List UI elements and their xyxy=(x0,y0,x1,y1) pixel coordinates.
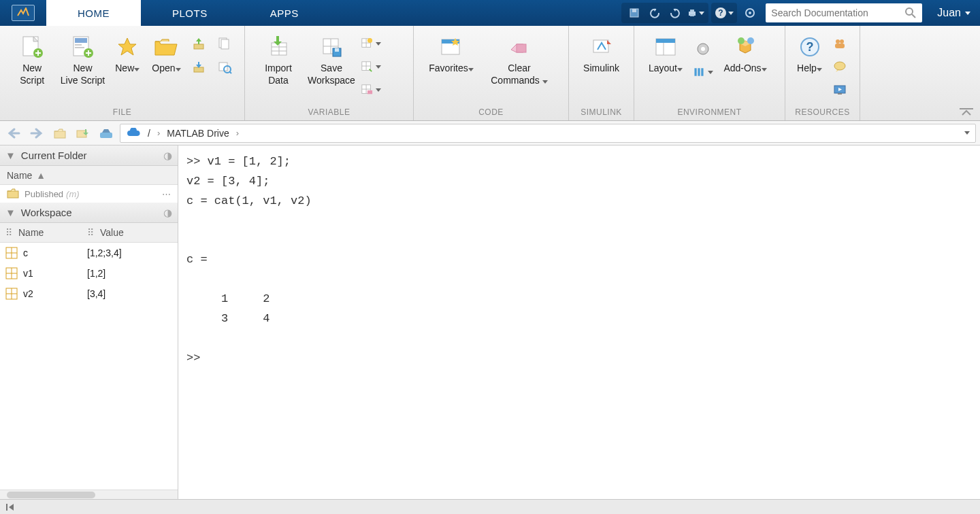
workspace-var-name[interactable]: v2 xyxy=(0,284,82,304)
search-documentation[interactable] xyxy=(766,3,922,22)
svg-rect-3 xyxy=(690,10,694,12)
clear-commands-button[interactable]: Clear Commands xyxy=(482,31,557,88)
tab-apps[interactable]: APPS xyxy=(239,0,330,26)
tab-home[interactable]: HOME xyxy=(46,0,141,26)
open-variable-icon[interactable] xyxy=(361,57,381,76)
help-icon[interactable]: ? xyxy=(714,0,734,26)
workspace-var-value[interactable]: [3,4] xyxy=(82,284,178,304)
chevron-down-icon xyxy=(762,68,767,71)
grip-icon: ⠿ xyxy=(5,227,12,238)
addons-button[interactable]: Add-Ons xyxy=(716,31,774,76)
set-path-icon[interactable] xyxy=(693,63,713,82)
workspace-col-name[interactable]: ⠿Name xyxy=(0,223,82,243)
new-button[interactable]: New xyxy=(108,31,147,76)
workspace-col-value[interactable]: ⠿Value xyxy=(82,223,178,243)
breadcrumb-root[interactable]: / xyxy=(148,128,150,139)
panel-menu-icon[interactable]: ◑ xyxy=(163,207,172,219)
main-tabs: HOME PLOTS APPS xyxy=(46,0,330,26)
nav-forward-icon[interactable] xyxy=(27,124,46,143)
save-workspace-button[interactable]: Save Workspace xyxy=(305,31,358,88)
compare-icon[interactable] xyxy=(214,57,235,76)
new-variable-icon[interactable] xyxy=(361,34,381,53)
browse-folder-icon[interactable] xyxy=(74,124,93,143)
find-files-icon[interactable] xyxy=(214,34,235,53)
new-script-button[interactable]: New Script xyxy=(7,31,57,88)
breadcrumb-dropdown-icon[interactable] xyxy=(964,131,970,135)
workspace-var-name[interactable]: v1 xyxy=(0,263,82,284)
scrollbar-thumb[interactable] xyxy=(7,492,95,498)
current-folder-column-header[interactable]: Name ▲ xyxy=(0,166,178,185)
command-window[interactable]: >> v1 = [1, 2]; v2 = [3, 4]; c = cat(1, … xyxy=(178,145,980,499)
open-button[interactable]: Open xyxy=(147,31,186,76)
workspace-var-name[interactable]: c xyxy=(0,243,82,263)
panel-menu-icon[interactable]: ◑ xyxy=(163,150,172,162)
upload-icon[interactable] xyxy=(189,34,209,53)
svg-text:?: ? xyxy=(719,8,723,18)
user-menu[interactable]: Juan xyxy=(928,7,980,19)
svg-point-64 xyxy=(834,62,845,70)
matlab-icon xyxy=(16,7,30,18)
request-support-icon[interactable] xyxy=(830,57,850,76)
workspace-header[interactable]: ▼ Workspace ◑ xyxy=(0,203,178,223)
section-environment: Layout Add-Ons ENVIRONMENT xyxy=(634,26,785,120)
save-icon[interactable] xyxy=(624,0,644,26)
titlebar: HOME PLOTS APPS ? Juan xyxy=(0,0,980,26)
new-live-script-button[interactable]: New Live Script xyxy=(57,31,108,88)
tab-plots[interactable]: PLOTS xyxy=(141,0,239,26)
folder-icon xyxy=(7,188,19,200)
svg-point-62 xyxy=(840,39,844,44)
preferences-icon[interactable] xyxy=(693,39,713,58)
search-input[interactable] xyxy=(771,7,904,18)
print-icon[interactable] xyxy=(685,0,706,26)
layout-button[interactable]: Layout xyxy=(641,31,690,76)
svg-rect-33 xyxy=(335,48,339,52)
section-resources: ? Help RESOURCES xyxy=(785,26,860,120)
resources-small-buttons xyxy=(827,31,853,102)
download-icon[interactable] xyxy=(189,57,209,76)
nav-back-icon[interactable] xyxy=(4,124,23,143)
svg-point-8 xyxy=(749,12,751,14)
svg-rect-15 xyxy=(75,44,82,46)
svg-rect-21 xyxy=(221,39,229,49)
horizontal-scrollbar[interactable] xyxy=(0,490,178,499)
workspace-var-value[interactable]: [1,2;3,4] xyxy=(82,243,178,263)
address-bar: / › MATLAB Drive › xyxy=(0,121,980,145)
breadcrumb-drive[interactable]: MATLAB Drive xyxy=(167,128,229,139)
svg-point-37 xyxy=(368,38,372,43)
workspace-title: Workspace xyxy=(21,207,72,218)
go-to-start-icon[interactable] xyxy=(5,503,16,511)
variable-icon xyxy=(5,288,18,300)
environment-small-buttons xyxy=(690,31,716,84)
folder-row-published[interactable]: Published (m) ⋯ xyxy=(0,185,178,203)
collapse-toolstrip-icon[interactable] xyxy=(960,108,973,116)
file-small-buttons xyxy=(186,31,212,79)
learn-matlab-icon[interactable] xyxy=(830,80,850,99)
workspace-var-value[interactable]: [1,2] xyxy=(82,263,178,284)
community-icon[interactable] xyxy=(830,34,850,53)
clear-workspace-icon[interactable] xyxy=(361,80,381,99)
simulink-button[interactable]: Simulink xyxy=(576,31,627,76)
svg-rect-66 xyxy=(838,93,842,95)
titlebar-actions: ? Juan xyxy=(621,0,980,26)
svg-line-10 xyxy=(912,14,915,18)
help-button[interactable]: ? Help xyxy=(792,31,827,76)
chevron-down-icon xyxy=(817,68,822,71)
import-data-button[interactable]: Import Data xyxy=(252,31,305,88)
target-icon[interactable] xyxy=(740,0,760,26)
chevron-down-icon xyxy=(677,68,683,71)
grip-icon: ⠿ xyxy=(87,227,94,238)
breadcrumb[interactable]: / › MATLAB Drive › xyxy=(120,124,976,143)
svg-line-24 xyxy=(229,71,231,73)
cloud-folder-icon[interactable] xyxy=(97,124,116,143)
chevron-right-icon: › xyxy=(236,128,239,138)
undo-icon[interactable] xyxy=(644,0,665,26)
favorites-button[interactable]: Favorites xyxy=(421,31,482,76)
more-icon[interactable]: ⋯ xyxy=(162,189,171,199)
svg-rect-70 xyxy=(100,133,112,138)
redo-icon[interactable] xyxy=(665,0,685,26)
current-folder-header[interactable]: ▼ Current Folder ◑ xyxy=(0,145,178,166)
status-bar xyxy=(0,499,980,514)
svg-text:?: ? xyxy=(806,40,813,54)
up-folder-icon[interactable] xyxy=(50,124,69,143)
chevron-down-icon xyxy=(176,68,181,71)
